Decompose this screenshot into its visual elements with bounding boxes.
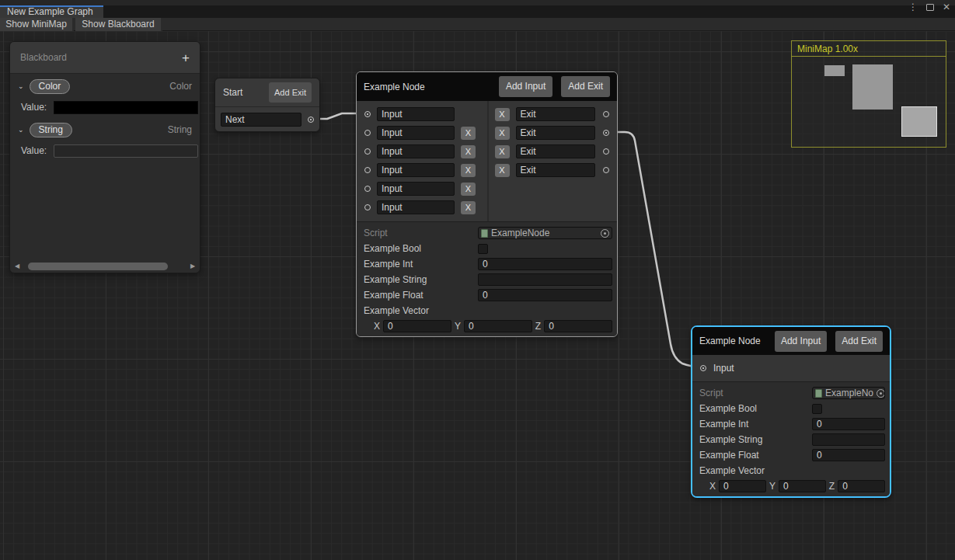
- value-label: Value:: [21, 145, 47, 156]
- script-object-field[interactable]: ExampleNo: [812, 387, 885, 399]
- exit-name-field[interactable]: Exit: [516, 144, 596, 158]
- window-controls: ⋮ ✕: [908, 2, 950, 12]
- output-port[interactable]: [603, 130, 609, 136]
- input-port[interactable]: [364, 167, 371, 173]
- input-name-field[interactable]: Input: [377, 182, 455, 196]
- close-icon[interactable]: ✕: [943, 2, 950, 12]
- input-port[interactable]: [364, 130, 371, 136]
- add-property-button[interactable]: +: [182, 51, 190, 64]
- delete-input-button[interactable]: X: [461, 183, 476, 196]
- int-field[interactable]: 0: [478, 258, 612, 270]
- node1-ports-area: Input Input X Input X Input X: [357, 101, 617, 222]
- vector-fields-row: X 0 Y 0 Z 0: [697, 478, 885, 494]
- z-field[interactable]: 0: [544, 320, 612, 332]
- object-picker-icon[interactable]: [601, 229, 609, 238]
- y-label: Y: [769, 481, 776, 492]
- bool-checkbox[interactable]: [812, 404, 822, 414]
- example-node-2-selected[interactable]: Example Node Add Input Add Exit Input Sc…: [691, 325, 891, 498]
- float-row: Example Float 0: [361, 287, 612, 303]
- x-label: X: [374, 321, 380, 332]
- z-field[interactable]: 0: [838, 480, 885, 492]
- scroll-right-icon[interactable]: ▶: [188, 261, 197, 271]
- start-node[interactable]: Start Add Exit Next: [214, 78, 320, 132]
- float-field[interactable]: 0: [478, 289, 612, 301]
- input-name-field[interactable]: Input: [377, 200, 455, 214]
- horizontal-scrollbar[interactable]: ◀ ▶: [12, 261, 197, 271]
- input-port[interactable]: [364, 148, 371, 155]
- input-name-field[interactable]: Input: [377, 107, 455, 121]
- show-blackboard-button[interactable]: Show Blackboard: [75, 18, 162, 31]
- node1-titlebar[interactable]: Example Node Add Input Add Exit: [357, 72, 617, 101]
- more-icon[interactable]: ⋮: [908, 2, 918, 12]
- input-port[interactable]: [364, 186, 371, 192]
- bool-label: Example Bool: [697, 403, 812, 414]
- chevron-down-icon[interactable]: ⌄: [18, 126, 24, 134]
- string-field[interactable]: [478, 273, 612, 286]
- input-port[interactable]: [700, 365, 706, 371]
- script-object-name: ExampleNode: [491, 228, 549, 238]
- int-row: Example Int 0: [697, 416, 885, 432]
- vector-label: Example Vector: [361, 305, 478, 316]
- add-exit-button[interactable]: Add Exit: [835, 331, 883, 352]
- chevron-down-icon[interactable]: ⌄: [18, 82, 24, 90]
- exit-name-field[interactable]: Exit: [516, 107, 596, 121]
- string-field[interactable]: [812, 433, 885, 446]
- y-field[interactable]: 0: [464, 320, 532, 332]
- int-label: Example Int: [361, 259, 478, 270]
- start-node-titlebar[interactable]: Start Add Exit: [215, 78, 319, 106]
- delete-input-button[interactable]: X: [461, 145, 476, 158]
- input-port[interactable]: [364, 111, 371, 117]
- input-name-field[interactable]: Input: [377, 126, 455, 140]
- input-name-field[interactable]: Input: [377, 163, 455, 177]
- int-label: Example Int: [697, 419, 812, 430]
- x-field[interactable]: 0: [719, 480, 766, 492]
- delete-input-button[interactable]: X: [461, 164, 476, 177]
- y-field[interactable]: 0: [779, 480, 826, 492]
- scroll-left-icon[interactable]: ◀: [12, 261, 22, 271]
- delete-exit-button[interactable]: X: [495, 145, 510, 158]
- vector-label-row: Example Vector: [361, 303, 612, 318]
- input-name-field[interactable]: Input: [377, 144, 455, 158]
- string-value-field[interactable]: [54, 144, 198, 158]
- float-field[interactable]: 0: [812, 449, 885, 461]
- input-row: Input X: [357, 142, 487, 161]
- delete-input-button[interactable]: X: [461, 127, 476, 140]
- x-field[interactable]: 0: [383, 320, 451, 332]
- string-property-pill[interactable]: String: [30, 123, 72, 137]
- node2-titlebar[interactable]: Example Node Add Input Add Exit: [692, 327, 890, 355]
- show-minimap-button[interactable]: Show MiniMap: [0, 18, 74, 31]
- exit-name-field[interactable]: Exit: [516, 163, 596, 177]
- color-swatch-field[interactable]: [54, 101, 198, 114]
- exit-name-field[interactable]: Exit: [516, 126, 596, 140]
- output-port[interactable]: [603, 148, 609, 155]
- output-port[interactable]: [603, 111, 609, 117]
- node1-title: Example Node: [364, 82, 490, 92]
- output-port[interactable]: [603, 167, 609, 173]
- color-property-pill[interactable]: Color: [30, 79, 71, 94]
- example-node-1[interactable]: Example Node Add Input Add Exit Input In…: [356, 71, 618, 337]
- script-object-field[interactable]: ExampleNode: [478, 227, 612, 239]
- maximize-icon[interactable]: [926, 4, 934, 11]
- delete-input-button[interactable]: X: [461, 201, 476, 214]
- add-exit-button[interactable]: Add Exit: [561, 76, 610, 97]
- object-picker-icon[interactable]: [877, 389, 885, 398]
- output-port[interactable]: [308, 117, 314, 123]
- delete-exit-button[interactable]: X: [495, 108, 510, 121]
- add-exit-button[interactable]: Add Exit: [269, 82, 312, 103]
- add-input-button[interactable]: Add Input: [775, 331, 827, 352]
- tab-new-example-graph[interactable]: New Example Graph: [0, 5, 103, 18]
- add-input-button[interactable]: Add Input: [499, 76, 552, 97]
- exit-name-field[interactable]: Next: [221, 113, 301, 127]
- blackboard-panel[interactable]: Blackboard + ⌄ Color Color Value: ⌄ Stri…: [9, 41, 200, 273]
- string-value-row: Value:: [10, 141, 200, 161]
- input-port[interactable]: [364, 204, 371, 210]
- int-field[interactable]: 0: [812, 418, 885, 430]
- minimap-panel[interactable]: MiniMap 1.00x: [791, 40, 946, 148]
- scrollbar-track[interactable]: [22, 263, 188, 270]
- color-value-row: Value:: [10, 97, 200, 117]
- bool-checkbox[interactable]: [478, 244, 488, 254]
- delete-exit-button[interactable]: X: [495, 127, 510, 140]
- delete-exit-button[interactable]: X: [495, 164, 510, 177]
- scrollbar-thumb[interactable]: [28, 263, 168, 270]
- node2-inspector: Script ExampleNo Example Bool Example In…: [692, 382, 890, 496]
